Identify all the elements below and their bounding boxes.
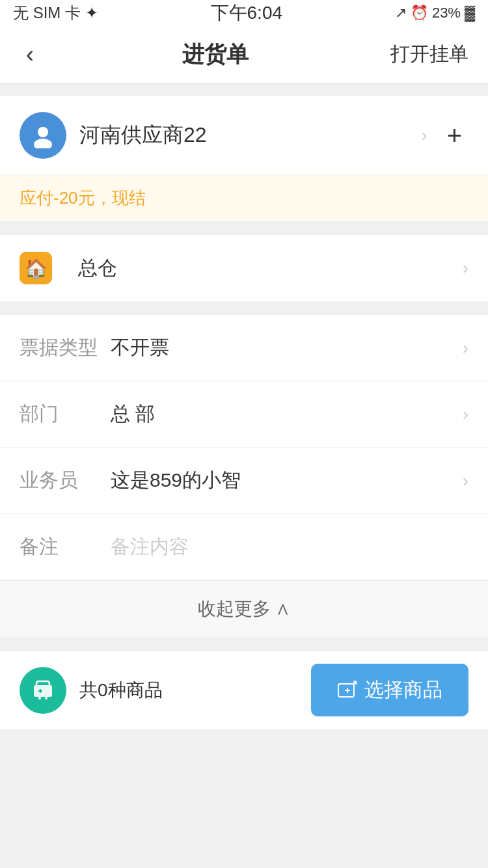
select-product-button[interactable]: 选择商品	[311, 664, 468, 716]
status-time: 下午6:04	[211, 1, 283, 25]
remark-label: 备注	[20, 534, 98, 560]
collapse-row[interactable]: 收起更多 ∧	[0, 580, 488, 637]
department-value: 总 部	[111, 401, 463, 427]
invoice-type-chevron-icon: ›	[463, 338, 468, 359]
supplier-section: 河南供应商22 › + 应付-20元，现结	[0, 96, 488, 222]
gap-2	[0, 222, 488, 235]
svg-point-11	[353, 681, 357, 685]
page-background	[0, 729, 488, 868]
invoice-type-row[interactable]: 票据类型 不开票 ›	[0, 315, 488, 381]
page-title: 进货单	[182, 40, 249, 70]
department-row[interactable]: 部门 总 部 ›	[0, 381, 488, 448]
supplier-chevron-icon: ›	[421, 125, 427, 146]
house-icon: 🏠	[25, 258, 47, 279]
info-banner: 应付-20元，现结	[0, 175, 488, 222]
svg-rect-2	[34, 685, 52, 697]
warehouse-name: 总仓	[78, 255, 463, 282]
salesperson-chevron-icon: ›	[463, 470, 468, 491]
gap-1	[0, 83, 488, 96]
svg-point-0	[38, 127, 48, 137]
alarm-icon: ⏰	[411, 5, 428, 21]
salesperson-row[interactable]: 业务员 这是859的小智 ›	[0, 448, 488, 514]
open-pending-button[interactable]: 打开挂单	[390, 41, 468, 68]
product-count: 共0种商品	[79, 678, 311, 703]
warehouse-chevron-icon: ›	[463, 258, 468, 278]
svg-point-1	[34, 139, 52, 148]
department-chevron-icon: ›	[463, 404, 468, 425]
svg-point-4	[45, 697, 47, 699]
svg-point-3	[38, 697, 41, 699]
form-section: 票据类型 不开票 › 部门 总 部 › 业务员 这是859的小智 › 备注 备注…	[0, 315, 488, 637]
status-left: 无 SIM 卡 ✦	[13, 3, 98, 23]
supplier-row[interactable]: 河南供应商22 › +	[0, 96, 488, 175]
gap-3	[0, 302, 488, 315]
cart-icon-wrap	[20, 667, 66, 714]
battery-level: 23%	[432, 5, 461, 21]
nav-bar: ‹ 进货单 打开挂单	[0, 26, 488, 83]
invoice-type-label: 票据类型	[20, 334, 98, 361]
warehouse-icon-wrap: 🏠	[20, 252, 52, 284]
back-button[interactable]: ‹	[20, 34, 40, 75]
salesperson-value: 这是859的小智	[111, 467, 463, 494]
department-label: 部门	[20, 401, 98, 427]
battery-icon: ▓	[465, 5, 475, 21]
remark-placeholder: 备注内容	[111, 534, 468, 560]
status-bar: 无 SIM 卡 ✦ 下午6:04 ↗ ⏰ 23% ▓	[0, 0, 488, 26]
remark-row[interactable]: 备注 备注内容	[0, 514, 488, 580]
avatar	[20, 112, 66, 159]
add-supplier-button[interactable]: +	[441, 121, 468, 150]
salesperson-label: 业务员	[20, 467, 98, 494]
invoice-type-value: 不开票	[111, 334, 463, 361]
location-icon: ↗	[395, 5, 407, 21]
supplier-name: 河南供应商22	[79, 121, 421, 150]
sim-indicator: 无 SIM 卡 ✦	[13, 3, 98, 23]
collapse-label: 收起更多 ∧	[198, 597, 291, 621]
gap-4	[0, 637, 488, 650]
warehouse-row[interactable]: 🏠 总仓 ›	[0, 235, 488, 302]
bottom-bar: 共0种商品 选择商品	[0, 650, 488, 729]
status-right: ↗ ⏰ 23% ▓	[395, 5, 475, 21]
select-btn-label: 选择商品	[364, 677, 442, 703]
